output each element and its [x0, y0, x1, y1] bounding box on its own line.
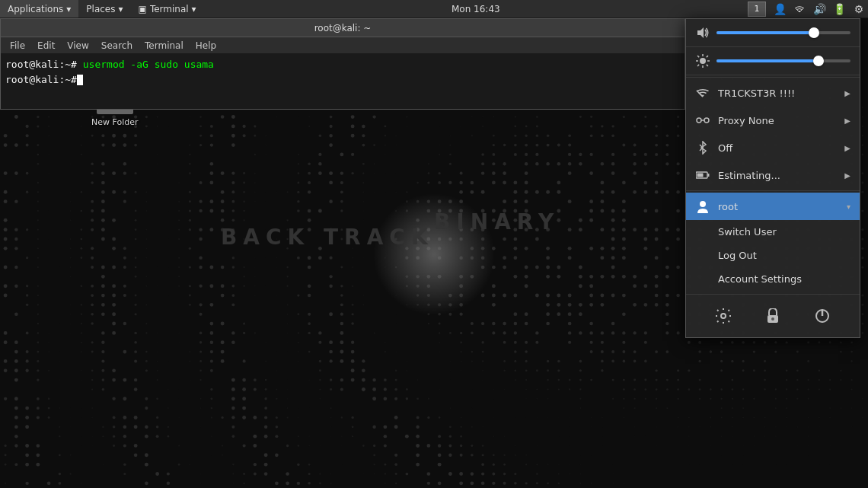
- svg-point-2117: [819, 426, 819, 427]
- svg-point-1311: [244, 276, 245, 277]
- svg-point-1462: [363, 305, 365, 306]
- svg-point-1264: [157, 267, 158, 268]
- power-item[interactable]: Estimating... ▶: [686, 161, 860, 189]
- svg-point-1649: [329, 340, 333, 344]
- svg-point-1883: [134, 388, 138, 391]
- svg-point-1561: [665, 322, 669, 325]
- svg-point-857: [59, 192, 60, 193]
- svg-point-1830: [112, 378, 116, 382]
- brightness-thumb[interactable]: [813, 56, 824, 66]
- svg-point-2271: [342, 464, 343, 465]
- svg-point-1691: [179, 352, 180, 352]
- svg-point-2055: [602, 417, 602, 418]
- bluetooth-item[interactable]: Off ▶: [686, 134, 860, 161]
- svg-point-2171: [123, 444, 126, 447]
- terminal-search-menu[interactable]: Search: [97, 39, 137, 53]
- terminal-terminal-menu[interactable]: Terminal: [140, 39, 188, 53]
- svg-point-786: [589, 171, 593, 175]
- svg-point-1557: [546, 322, 550, 326]
- svg-point-1967: [656, 398, 657, 400]
- workspace-num: 1: [755, 4, 760, 14]
- svg-point-2312: [167, 472, 170, 475]
- svg-point-1447: [70, 305, 71, 305]
- svg-point-1315: [374, 276, 375, 277]
- panel-settings-icon[interactable]: ⚙: [850, 0, 868, 18]
- svg-point-1412: [308, 294, 311, 297]
- svg-point-1491: [70, 314, 71, 314]
- svg-point-2221: [264, 453, 268, 457]
- svg-point-522: [242, 125, 245, 128]
- log-out-item[interactable]: Log Out: [686, 244, 860, 267]
- wifi-item[interactable]: TR1CKST3R !!!! ▶: [686, 79, 860, 107]
- svg-point-1460: [340, 303, 343, 306]
- svg-point-1695: [221, 350, 225, 354]
- panel-wifi-icon[interactable]: [790, 0, 809, 18]
- volume-thumb[interactable]: [809, 27, 819, 38]
- svg-point-571: [265, 135, 266, 136]
- account-settings-item[interactable]: Account Settings: [686, 267, 860, 291]
- svg-point-1410: [276, 295, 277, 296]
- svg-point-893: [644, 190, 648, 194]
- svg-point-1646: [287, 342, 288, 343]
- svg-point-2203: [754, 445, 755, 446]
- svg-point-542: [644, 125, 646, 127]
- applications-menu[interactable]: Applications ▾: [0, 0, 78, 18]
- svg-point-1650: [340, 340, 343, 344]
- svg-point-1664: [644, 341, 647, 344]
- terminal-view-menu[interactable]: View: [62, 39, 93, 53]
- svg-point-2284: [558, 464, 559, 464]
- terminal-body[interactable]: root@kali:~# usermod -aG sudo usama root…: [1, 54, 685, 90]
- svg-point-1029: [221, 218, 225, 222]
- terminal-icon-small: ▣: [139, 4, 147, 14]
- svg-point-977: [232, 209, 235, 212]
- svg-point-2359: [25, 482, 28, 485]
- terminal-file-menu[interactable]: File: [5, 39, 30, 53]
- svg-point-1034: [363, 220, 364, 221]
- panel-volume-icon[interactable]: 🔊: [810, 0, 828, 18]
- bluetooth-icon: [695, 140, 710, 155]
- svg-point-1065: [101, 228, 105, 231]
- switch-user-item[interactable]: Switch User: [686, 220, 860, 244]
- workspace-switcher[interactable]: 1: [748, 2, 766, 17]
- svg-point-1368: [287, 285, 289, 287]
- svg-point-2077: [123, 426, 127, 429]
- panel-power-icon[interactable]: 🔋: [830, 0, 848, 18]
- power-button[interactable]: [810, 304, 834, 328]
- svg-point-610: [37, 144, 40, 146]
- svg-point-531: [417, 126, 418, 126]
- svg-point-2120: [59, 435, 60, 437]
- svg-point-1829: [102, 378, 105, 381]
- terminal-help-menu[interactable]: Help: [191, 39, 221, 53]
- svg-point-1707: [439, 351, 440, 352]
- svg-point-1244: [655, 256, 659, 260]
- proxy-item[interactable]: Proxy None ▶: [686, 107, 860, 134]
- svg-point-2354: [797, 474, 798, 474]
- svg-point-1016: [4, 218, 8, 222]
- svg-point-1268: [199, 266, 202, 269]
- svg-point-1671: [764, 341, 766, 343]
- svg-point-2071: [25, 425, 29, 429]
- svg-point-835: [622, 181, 626, 185]
- svg-point-535: [515, 126, 517, 128]
- brightness-slider[interactable]: [716, 59, 850, 62]
- terminal-edit-menu[interactable]: Edit: [33, 39, 59, 53]
- settings-button[interactable]: [711, 304, 736, 328]
- user-item[interactable]: root ▾: [686, 193, 860, 220]
- svg-point-1840: [254, 378, 257, 381]
- lock-button[interactable]: [761, 304, 785, 328]
- svg-point-820: [374, 182, 375, 183]
- svg-point-1548: [407, 324, 407, 324]
- svg-point-2181: [341, 445, 342, 446]
- svg-point-1785: [81, 370, 81, 371]
- volume-slider[interactable]: [716, 31, 850, 34]
- svg-point-670: [298, 154, 299, 155]
- svg-point-582: [429, 136, 429, 136]
- terminal-menu[interactable]: ▣ Terminal ▾: [131, 0, 204, 18]
- svg-point-491: [471, 116, 472, 117]
- places-label: Places: [86, 4, 115, 14]
- svg-point-929: [340, 200, 343, 203]
- places-menu[interactable]: Places ▾: [78, 0, 130, 18]
- panel-user-icon[interactable]: 👤: [771, 0, 789, 18]
- svg-point-2383: [470, 481, 474, 485]
- svg-point-2392: [579, 483, 581, 484]
